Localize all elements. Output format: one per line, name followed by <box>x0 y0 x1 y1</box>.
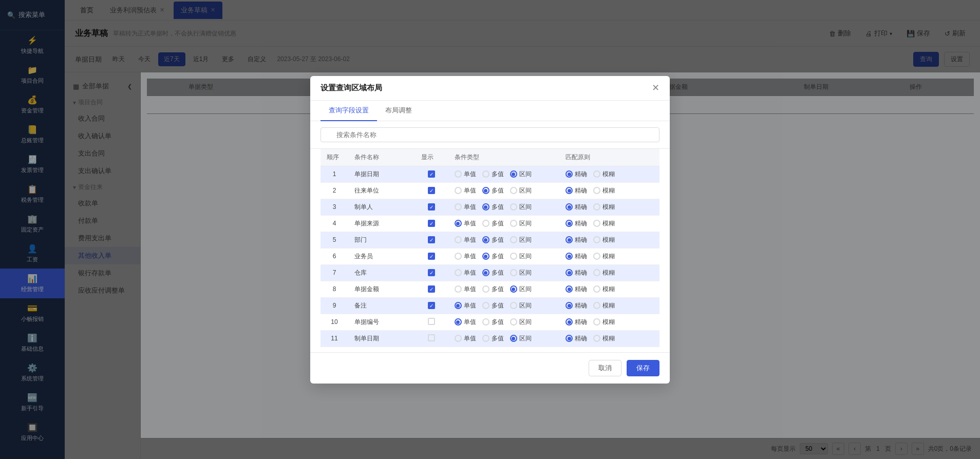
radio-type-单值[interactable]: 单值 <box>455 186 476 195</box>
row-show-checkbox[interactable]: ✓ <box>415 232 448 248</box>
radio-type-区间[interactable]: 区间 <box>510 170 532 179</box>
radio-type-多值[interactable]: 多值 <box>482 301 504 310</box>
checkbox[interactable]: ✓ <box>428 203 435 211</box>
checkbox[interactable]: ✓ <box>428 187 435 194</box>
row-condition-type[interactable]: 单值多值区间 <box>448 330 559 347</box>
radio-match-模糊[interactable]: 模糊 <box>593 170 615 179</box>
checkbox[interactable]: ✓ <box>428 269 435 276</box>
radio-type-区间[interactable]: 区间 <box>510 203 532 212</box>
radio-match-精确[interactable]: 精确 <box>566 269 587 277</box>
radio-type-单值[interactable]: 单值 <box>455 252 476 261</box>
modal-search-input[interactable] <box>321 127 659 142</box>
radio-type-多值[interactable]: 多值 <box>482 203 504 212</box>
radio-type-区间[interactable]: 区间 <box>510 301 532 310</box>
radio-type-区间[interactable]: 区间 <box>510 334 532 343</box>
row-show-checkbox[interactable]: ✓ <box>415 182 448 199</box>
row-match-principle[interactable]: 精确模糊 <box>559 182 659 199</box>
radio-match-模糊[interactable]: 模糊 <box>593 252 615 261</box>
checkbox[interactable]: ✓ <box>428 236 435 243</box>
row-show-checkbox[interactable]: ✓ <box>415 166 448 182</box>
row-show-checkbox[interactable]: ✓ <box>415 297 448 314</box>
radio-match-模糊[interactable]: 模糊 <box>593 318 615 327</box>
radio-type-区间[interactable]: 区间 <box>510 236 532 244</box>
checkbox[interactable] <box>428 334 435 341</box>
row-show-checkbox[interactable] <box>415 330 448 347</box>
radio-type-多值[interactable]: 多值 <box>482 170 504 179</box>
radio-type-单值[interactable]: 单值 <box>455 334 476 343</box>
radio-match-精确[interactable]: 精确 <box>566 236 587 244</box>
checkbox[interactable]: ✓ <box>428 253 435 260</box>
row-condition-type[interactable]: 单值多值区间 <box>448 314 559 330</box>
modal-tab-field-settings[interactable]: 查询字段设置 <box>321 101 377 121</box>
modal-save-button[interactable]: 保存 <box>627 360 659 376</box>
radio-match-精确[interactable]: 精确 <box>566 252 587 261</box>
row-match-principle[interactable]: 精确模糊 <box>559 232 659 248</box>
radio-match-模糊[interactable]: 模糊 <box>593 301 615 310</box>
radio-type-单值[interactable]: 单值 <box>455 236 476 244</box>
radio-type-多值[interactable]: 多值 <box>482 285 504 294</box>
radio-type-区间[interactable]: 区间 <box>510 269 532 277</box>
radio-type-区间[interactable]: 区间 <box>510 252 532 261</box>
radio-type-单值[interactable]: 单值 <box>455 170 476 179</box>
row-condition-type[interactable]: 单值多值区间 <box>448 297 559 314</box>
row-show-checkbox[interactable] <box>415 314 448 330</box>
row-match-principle[interactable]: 精确模糊 <box>559 297 659 314</box>
row-condition-type[interactable]: 单值多值区间 <box>448 264 559 281</box>
checkbox[interactable]: ✓ <box>428 285 435 293</box>
radio-type-多值[interactable]: 多值 <box>482 334 504 343</box>
radio-type-单值[interactable]: 单值 <box>455 318 476 327</box>
radio-type-多值[interactable]: 多值 <box>482 252 504 261</box>
row-show-checkbox[interactable]: ✓ <box>415 215 448 232</box>
radio-type-区间[interactable]: 区间 <box>510 219 532 228</box>
radio-match-精确[interactable]: 精确 <box>566 219 587 228</box>
radio-match-精确[interactable]: 精确 <box>566 318 587 327</box>
radio-match-精确[interactable]: 精确 <box>566 334 587 343</box>
row-match-principle[interactable]: 精确模糊 <box>559 215 659 232</box>
radio-match-精确[interactable]: 精确 <box>566 186 587 195</box>
radio-match-模糊[interactable]: 模糊 <box>593 219 615 228</box>
cancel-button[interactable]: 取消 <box>589 360 621 376</box>
radio-match-模糊[interactable]: 模糊 <box>593 186 615 195</box>
row-match-principle[interactable]: 精确模糊 <box>559 248 659 264</box>
row-show-checkbox[interactable]: ✓ <box>415 248 448 264</box>
radio-type-单值[interactable]: 单值 <box>455 219 476 228</box>
row-show-checkbox[interactable]: ✓ <box>415 199 448 215</box>
radio-match-精确[interactable]: 精确 <box>566 170 587 179</box>
checkbox[interactable] <box>428 318 435 325</box>
row-condition-type[interactable]: 单值多值区间 <box>448 281 559 297</box>
checkbox[interactable]: ✓ <box>428 170 435 178</box>
row-match-principle[interactable]: 精确模糊 <box>559 314 659 330</box>
radio-type-单值[interactable]: 单值 <box>455 285 476 294</box>
radio-match-模糊[interactable]: 模糊 <box>593 285 615 294</box>
row-match-principle[interactable]: 精确模糊 <box>559 199 659 215</box>
row-match-principle[interactable]: 精确模糊 <box>559 264 659 281</box>
radio-match-模糊[interactable]: 模糊 <box>593 269 615 277</box>
row-match-principle[interactable]: 精确模糊 <box>559 166 659 182</box>
radio-match-模糊[interactable]: 模糊 <box>593 203 615 212</box>
radio-type-单值[interactable]: 单值 <box>455 269 476 277</box>
checkbox[interactable]: ✓ <box>428 220 435 227</box>
radio-type-多值[interactable]: 多值 <box>482 236 504 244</box>
radio-type-单值[interactable]: 单值 <box>455 203 476 212</box>
row-condition-type[interactable]: 单值多值区间 <box>448 232 559 248</box>
row-condition-type[interactable]: 单值多值区间 <box>448 166 559 182</box>
radio-type-多值[interactable]: 多值 <box>482 186 504 195</box>
row-match-principle[interactable]: 精确模糊 <box>559 281 659 297</box>
row-match-principle[interactable]: 精确模糊 <box>559 330 659 347</box>
radio-match-精确[interactable]: 精确 <box>566 203 587 212</box>
row-condition-type[interactable]: 单值多值区间 <box>448 248 559 264</box>
radio-match-精确[interactable]: 精确 <box>566 301 587 310</box>
row-show-checkbox[interactable]: ✓ <box>415 281 448 297</box>
modal-close-button[interactable]: ✕ <box>652 83 659 92</box>
radio-match-模糊[interactable]: 模糊 <box>593 334 615 343</box>
modal-tab-layout-adjust[interactable]: 布局调整 <box>377 101 420 121</box>
radio-type-单值[interactable]: 单值 <box>455 301 476 310</box>
row-condition-type[interactable]: 单值多值区间 <box>448 199 559 215</box>
radio-type-多值[interactable]: 多值 <box>482 269 504 277</box>
row-condition-type[interactable]: 单值多值区间 <box>448 215 559 232</box>
row-show-checkbox[interactable]: ✓ <box>415 264 448 281</box>
radio-type-区间[interactable]: 区间 <box>510 285 532 294</box>
radio-match-模糊[interactable]: 模糊 <box>593 236 615 244</box>
radio-match-精确[interactable]: 精确 <box>566 285 587 294</box>
radio-type-区间[interactable]: 区间 <box>510 186 532 195</box>
